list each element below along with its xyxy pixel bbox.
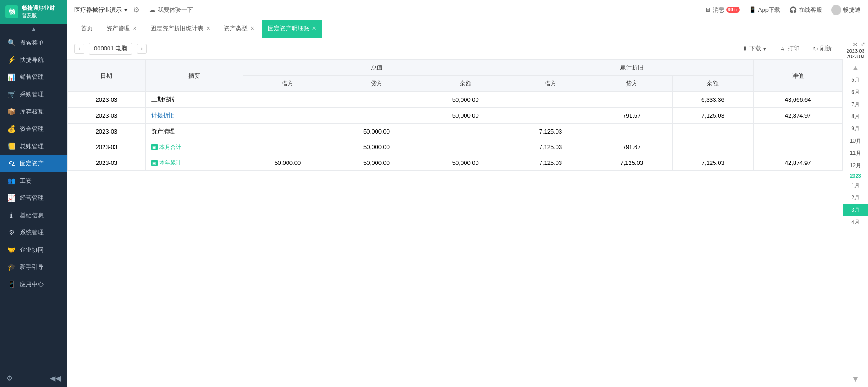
- cell-net-value: [754, 124, 843, 139]
- timeline-month-2[interactable]: 2月: [843, 192, 868, 204]
- timeline-month-7[interactable]: 7月: [843, 99, 868, 111]
- cell-acc-balance: [672, 139, 754, 155]
- sidebar-item-purchase[interactable]: 🛒 采购管理: [0, 86, 67, 103]
- cell-orig-debit: [243, 124, 332, 139]
- prev-asset-btn[interactable]: ‹: [74, 44, 84, 54]
- timeline-month-11[interactable]: 11月: [843, 147, 868, 159]
- service-btn[interactable]: 🎧 在线客服: [789, 6, 822, 14]
- sidebar-item-sales[interactable]: 📊 销售管理: [0, 69, 67, 86]
- sidebar-item-operations[interactable]: 📈 经营管理: [0, 189, 67, 207]
- cell-acc-debit: 7,125.03: [510, 124, 591, 139]
- timeline-month-5[interactable]: 5月: [843, 74, 868, 86]
- sidebar-item-finance[interactable]: 💰 资金管理: [0, 120, 67, 138]
- cell-orig-credit: [332, 108, 421, 124]
- timeline-scroll-down[interactable]: ▼: [850, 373, 861, 385]
- cell-net-value: 42,874.97: [754, 108, 843, 124]
- cell-orig-debit: [243, 108, 332, 124]
- timeline-month-12[interactable]: 12月: [843, 159, 868, 172]
- table-row: 2023-03 上期结转 50,000.00 6,333.36 43,666.6…: [68, 92, 843, 108]
- building-icon: 🏗: [7, 160, 15, 168]
- cell-summary: 资产清理: [145, 124, 243, 139]
- sidebar-item-collab[interactable]: 🤝 企业协同: [0, 241, 67, 258]
- cell-net-value: [754, 139, 843, 155]
- message-btn[interactable]: 🖥 消息 99++: [705, 6, 740, 14]
- cell-orig-balance: [421, 124, 510, 139]
- cell-date: 2023-03: [68, 92, 146, 108]
- col-original-value: 原值: [243, 60, 510, 76]
- timeline-month-9[interactable]: 9月: [843, 123, 868, 135]
- sidebar-item-guide[interactable]: 🎓 新手引导: [0, 258, 67, 276]
- gear-icon: ⚙: [7, 228, 15, 237]
- cell-orig-credit: 50,000.00: [332, 155, 421, 171]
- sidebar-item-payroll[interactable]: 👥 工资: [0, 172, 67, 189]
- cell-summary[interactable]: 计提折旧: [145, 108, 243, 124]
- tab-asset-mgmt[interactable]: 资产管理 ✕: [100, 20, 143, 38]
- asset-nav: ‹ 000001 电脑 › ⬇ 下载 ▾ 🖨 打印: [67, 38, 843, 60]
- tab-close-asset-type[interactable]: ✕: [250, 25, 254, 31]
- sidebar-item-system[interactable]: ⚙ 系统管理: [0, 224, 67, 241]
- col-orig-balance: 余额: [421, 76, 510, 92]
- sidebar-header: 畅 畅捷通好业财 普及版: [0, 0, 67, 24]
- tab-close-asset-mgmt[interactable]: ✕: [133, 25, 137, 31]
- message-label: 消息: [713, 6, 724, 14]
- company-selector[interactable]: 医疗器械行业演示 ▾: [74, 6, 128, 14]
- sidebar-item-search[interactable]: 🔍 搜索菜单: [0, 34, 67, 51]
- timeline-close-btn[interactable]: ✕: [853, 41, 861, 48]
- timeline-month-3[interactable]: 3月: [843, 204, 868, 216]
- toolbar-right: ⬇ 下载 ▾ 🖨 打印 ↻ 刷新: [739, 43, 835, 55]
- timeline-month-6[interactable]: 6月: [843, 86, 868, 99]
- app-title: 畅捷通好业财 普及版: [22, 5, 55, 19]
- timeline-scroll-up[interactable]: ▲: [850, 62, 861, 74]
- money-icon: 💰: [7, 125, 15, 133]
- sidebar-item-fixed-assets[interactable]: 🏗 固定资产: [0, 155, 67, 172]
- cell-summary: ▣ 本年累计: [145, 155, 243, 171]
- col-acc-debit: 借方: [510, 76, 591, 92]
- cell-acc-credit: 791.67: [591, 108, 672, 124]
- year-tag-icon: ▣: [151, 160, 158, 166]
- cell-date: 2023-03: [68, 108, 146, 124]
- app-download-label: App下载: [758, 6, 780, 14]
- print-btn[interactable]: 🖨 打印: [776, 43, 803, 55]
- tab-depreciation-table[interactable]: 固定资产折旧统计表 ✕: [144, 20, 217, 38]
- cell-date: 2023-03: [68, 139, 146, 155]
- tab-asset-detail[interactable]: 固定资产明细账 ✕: [262, 20, 322, 38]
- user-btn[interactable]: 畅捷通: [831, 5, 861, 15]
- table-row: 2023-03 ▣ 本月合计 50,000.00 7,125.03: [68, 139, 843, 155]
- info-icon: ℹ: [7, 211, 15, 219]
- logo-icon: 畅: [5, 5, 18, 18]
- experience-btn[interactable]: ☁ 我要体验一下: [149, 6, 193, 14]
- tab-home[interactable]: 首页: [74, 20, 99, 38]
- timeline-month-10[interactable]: 10月: [843, 135, 868, 147]
- timeline-month-1[interactable]: 1月: [843, 179, 868, 192]
- trend-icon: 📈: [7, 194, 15, 202]
- cell-orig-debit: [243, 139, 332, 155]
- download-btn[interactable]: ⬇ 下载 ▾: [739, 43, 770, 55]
- sidebar-item-basic-info[interactable]: ℹ 基础信息: [0, 207, 67, 224]
- month-total-tag: ▣ 本月合计: [151, 144, 181, 151]
- timeline-expand-btn[interactable]: ⤢: [861, 41, 865, 48]
- sidebar-scroll-up[interactable]: ▲: [0, 24, 67, 34]
- refresh-btn[interactable]: ↻ 刷新: [809, 43, 835, 55]
- topbar: 医疗器械行业演示 ▾ ⚙ ☁ 我要体验一下 🖥 消息 99++ 📱 App下载 …: [67, 0, 868, 20]
- settings-footer-icon[interactable]: ⚙: [6, 374, 13, 382]
- tab-asset-type[interactable]: 资产类型 ✕: [218, 20, 261, 38]
- collapse-icon[interactable]: ◀◀: [50, 374, 61, 382]
- tab-close-asset-detail[interactable]: ✕: [312, 25, 316, 31]
- cell-acc-debit: 7,125.03: [510, 139, 591, 155]
- tab-close-depreciation[interactable]: ✕: [206, 25, 210, 31]
- sidebar-item-inventory[interactable]: 📦 库存核算: [0, 103, 67, 120]
- table-row: 2023-03 计提折旧 50,000.00 791.67 7,125.03 4…: [68, 108, 843, 124]
- dropdown-icon: ▾: [124, 6, 128, 13]
- sidebar-item-ledger[interactable]: 📒 总账管理: [0, 138, 67, 155]
- sidebar-item-quick-nav[interactable]: ⚡ 快捷导航: [0, 51, 67, 69]
- app-download-btn[interactable]: 📱 App下载: [749, 6, 780, 14]
- cell-acc-debit: [510, 92, 591, 108]
- timeline-month-4[interactable]: 4月: [843, 216, 868, 228]
- timeline-display-date: 2023.03: [847, 54, 865, 59]
- col-accumulated-depreciation: 累计折旧: [510, 60, 754, 76]
- sidebar-item-app-center[interactable]: 📱 应用中心: [0, 276, 67, 293]
- next-asset-btn[interactable]: ›: [137, 44, 147, 54]
- cell-orig-balance: [421, 139, 510, 155]
- topbar-settings-icon[interactable]: ⚙: [133, 5, 139, 14]
- timeline-month-8[interactable]: 8月: [843, 110, 868, 123]
